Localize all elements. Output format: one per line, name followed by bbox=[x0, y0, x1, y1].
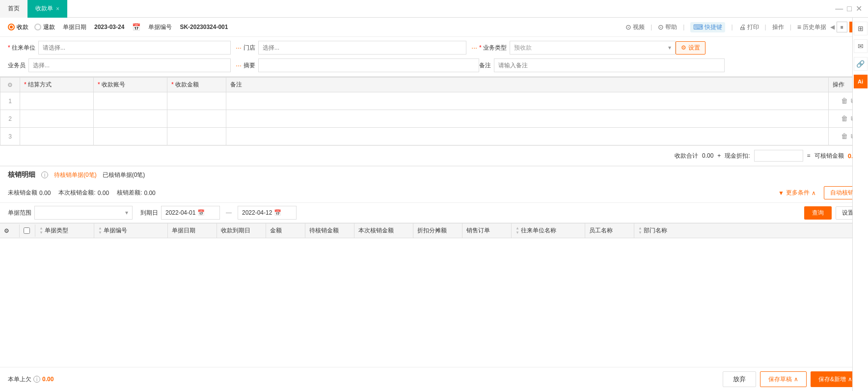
col-counterpart: 往来单位名称 bbox=[521, 226, 556, 235]
print-btn[interactable]: 🖨 打印 bbox=[739, 23, 759, 31]
store-more-icon[interactable]: ··· bbox=[469, 44, 479, 52]
sidebar-email-icon[interactable]: ✉ bbox=[854, 39, 868, 53]
counterpart-input[interactable] bbox=[38, 41, 231, 55]
tab-close-icon[interactable]: × bbox=[56, 5, 59, 12]
dropdown-arrow-icon: ▾ bbox=[125, 209, 128, 216]
table-gear-icon[interactable]: ⚙ bbox=[4, 82, 16, 88]
remark-field: 备注 bbox=[479, 58, 725, 72]
total-value: 0.00 bbox=[702, 152, 713, 159]
info-icon[interactable]: i bbox=[41, 171, 48, 178]
chevron-up-icon-2: ∧ bbox=[848, 376, 852, 383]
bth-doc-date: 单据日期 bbox=[168, 223, 217, 238]
biz-type-value: 预收款 bbox=[514, 44, 532, 52]
divider2: | bbox=[683, 24, 684, 30]
window-min-icon[interactable]: — bbox=[835, 4, 843, 13]
remark-2[interactable] bbox=[226, 110, 829, 128]
save-draft-button[interactable]: 保存草稿 ∧ bbox=[760, 371, 807, 387]
pending-tab[interactable]: 待核销单据(0笔) bbox=[54, 171, 97, 179]
bth-amount: 金额 bbox=[266, 223, 305, 238]
amount-2[interactable] bbox=[167, 110, 226, 128]
history-btn[interactable]: ≡ 历史单据 bbox=[797, 23, 826, 31]
date-to-input[interactable]: 2022-04-12 📅 bbox=[238, 206, 297, 220]
main-content: 收款 退款 单据日期 2023-03-24 📅 单据编号 SK-20230324… bbox=[0, 18, 868, 391]
store-input[interactable] bbox=[258, 41, 466, 55]
bottom-info-label: 本单上欠 bbox=[8, 375, 31, 384]
bottom-info: 本单上欠 i 0.00 bbox=[8, 375, 54, 384]
col-discount: 折扣分摊额 bbox=[417, 226, 447, 235]
filter-right: 查询 设置 bbox=[804, 206, 860, 220]
view-list-icon[interactable]: ≡ bbox=[837, 22, 847, 32]
remark-3[interactable] bbox=[226, 128, 829, 145]
calendar-from-icon[interactable]: 📅 bbox=[197, 209, 205, 216]
divider4: | bbox=[765, 24, 766, 30]
diff-value: 0.00 bbox=[144, 190, 155, 196]
bth-sales-order: 销售订单 bbox=[462, 223, 512, 238]
bottom-info-icon[interactable]: i bbox=[33, 376, 40, 383]
sidebar-ai-icon[interactable]: Ai bbox=[854, 75, 868, 88]
radio-return-dot bbox=[34, 24, 41, 30]
done-tab[interactable]: 已核销单据(0笔) bbox=[103, 171, 145, 179]
range-select[interactable]: ▾ bbox=[34, 206, 133, 220]
window-max-icon[interactable]: □ bbox=[847, 4, 852, 13]
settings-button[interactable]: ⚙ 设置 bbox=[676, 41, 705, 55]
col-doc-date: 单据日期 bbox=[172, 226, 195, 235]
radio-receive[interactable]: 收款 bbox=[8, 23, 28, 31]
delete-icon-3[interactable]: 🗑 bbox=[841, 132, 848, 140]
current-value: 0.00 bbox=[98, 190, 109, 196]
bottom-info-value: 0.00 bbox=[42, 376, 54, 383]
account-1[interactable] bbox=[94, 92, 167, 110]
salesperson-field: 业务员 ··· bbox=[8, 58, 244, 72]
calendar-to-icon[interactable]: 📅 bbox=[274, 209, 281, 216]
shortcut-btn[interactable]: ⌨ 快捷键 bbox=[690, 22, 725, 32]
bth-checkbox[interactable] bbox=[20, 224, 35, 237]
counterpart-label: 往来单位 bbox=[8, 44, 35, 52]
current-stat: 本次核销金额: 0.00 bbox=[58, 189, 109, 197]
video-btn[interactable]: ⊙ 视频 bbox=[625, 23, 645, 31]
remark-1[interactable] bbox=[226, 92, 829, 110]
due-date-field: 到期日 2022-04-01 📅 — 2022-04-12 📅 bbox=[140, 206, 297, 220]
sidebar-table-icon[interactable]: ⊞ bbox=[854, 22, 868, 35]
col-sales-order: 销售订单 bbox=[466, 226, 490, 235]
col-amount: 金额 bbox=[270, 226, 282, 235]
counterpart-more-icon[interactable]: ··· bbox=[234, 44, 244, 52]
calendar-icon[interactable]: 📅 bbox=[132, 23, 140, 31]
account-2[interactable] bbox=[94, 110, 167, 128]
remark-input[interactable] bbox=[494, 58, 725, 72]
delete-icon-2[interactable]: 🗑 bbox=[841, 114, 848, 123]
amount-3[interactable] bbox=[167, 128, 226, 145]
salesperson-input[interactable] bbox=[28, 58, 231, 72]
tab-home-label: 首页 bbox=[8, 4, 20, 13]
salesperson-more-icon[interactable]: ··· bbox=[234, 61, 244, 69]
bth-gear[interactable]: ⚙ bbox=[0, 224, 20, 237]
form-row-2: 业务员 ··· 摘要 备注 bbox=[8, 58, 860, 72]
bottom-actions: 放弃 保存草稿 ∧ 保存&新增 ∧ bbox=[723, 371, 860, 387]
settlement-1[interactable] bbox=[20, 92, 94, 110]
date-from-input[interactable]: 2022-04-01 📅 bbox=[161, 206, 220, 220]
help-btn[interactable]: ⊙ 帮助 bbox=[658, 23, 677, 31]
right-sidebar: ⊞ ✉ 🔗 Ai bbox=[852, 18, 868, 391]
chevron-up-icon: ∧ bbox=[794, 376, 798, 383]
abandon-button[interactable]: 放弃 bbox=[723, 371, 756, 387]
query-button[interactable]: 查询 bbox=[804, 206, 832, 220]
verifiable-label: 可核销金额 bbox=[814, 152, 844, 160]
window-close-icon[interactable]: ✕ bbox=[856, 4, 862, 13]
summary-input[interactable] bbox=[258, 58, 479, 72]
settlement-3[interactable] bbox=[20, 128, 94, 145]
discount-input[interactable] bbox=[754, 150, 803, 162]
amount-1[interactable] bbox=[167, 92, 226, 110]
account-3[interactable] bbox=[94, 128, 167, 145]
tab-receipt[interactable]: 收款单 × bbox=[27, 0, 67, 18]
settlement-2[interactable] bbox=[20, 110, 94, 128]
select-all-checkbox[interactable] bbox=[24, 227, 30, 234]
row-num-3: 3 bbox=[0, 128, 20, 145]
radio-return[interactable]: 退款 bbox=[34, 23, 55, 31]
equals-sign: = bbox=[807, 152, 811, 159]
delete-icon-1[interactable]: 🗑 bbox=[841, 97, 848, 105]
sidebar-link-icon[interactable]: 🔗 bbox=[854, 57, 868, 71]
arrow-left-icon[interactable]: ◀ bbox=[830, 24, 835, 30]
more-conditions-btn[interactable]: ▼ 更多条件 ∧ bbox=[778, 189, 816, 197]
biz-type-select[interactable]: 预收款 ▾ bbox=[510, 41, 676, 55]
chevron-down-icon: ▾ bbox=[668, 44, 671, 51]
operation-btn[interactable]: 操作 bbox=[772, 23, 784, 31]
tab-home[interactable]: 首页 bbox=[0, 0, 27, 18]
